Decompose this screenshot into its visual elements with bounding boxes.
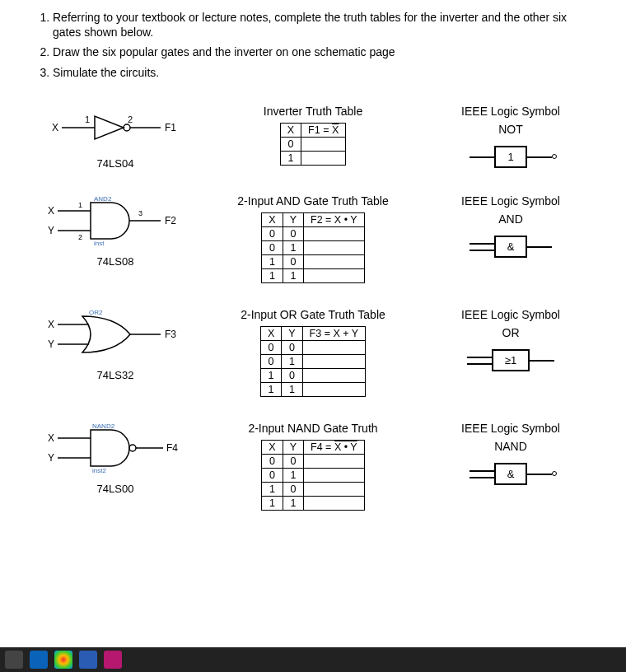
svg-text:Y: Y — [48, 338, 54, 350]
question-3: Simulate the circuits. — [53, 65, 593, 80]
nand-gate-icon: X Y NAND2 inst2 F4 — [41, 422, 189, 479]
or-ieee: IEEE Logic Symbol OR ≥1 — [428, 308, 593, 371]
nand-truth-table: 2-Input NAND Gate Truth XYF4 = X • Y 00 … — [206, 422, 420, 511]
svg-text:1: 1 — [78, 201, 82, 209]
inverter-table: XF1 = X 0 1 — [280, 123, 347, 166]
svg-marker-1 — [95, 116, 124, 139]
input-x-label: X — [52, 122, 58, 133]
ieee-title: IEEE Logic Symbol — [428, 422, 593, 435]
svg-text:2: 2 — [78, 233, 82, 241]
inversion-bubble-icon — [552, 471, 557, 476]
table-title: 2-Input OR Gate Truth Table — [206, 308, 420, 321]
ieee-sub: NOT — [428, 123, 593, 136]
ieee-and-symbol: & — [494, 236, 528, 258]
ieee-title: IEEE Logic Symbol — [428, 308, 593, 321]
and-ieee: IEEE Logic Symbol AND & — [428, 194, 593, 258]
inverter-schematic: X 1 2 F1 74LS04 — [33, 105, 198, 170]
svg-text:Y: Y — [48, 452, 54, 464]
or-gate-icon: X Y OR2 F3 — [41, 308, 189, 366]
ieee-title: IEEE Logic Symbol — [428, 194, 593, 208]
inverter-ieee: IEEE Logic Symbol NOT 1 — [428, 105, 593, 168]
question-1: Referring to your textbook or lecture no… — [53, 10, 593, 40]
not-gate-icon: X 1 2 F1 — [45, 105, 185, 154]
nand-ieee: IEEE Logic Symbol NAND & — [428, 422, 593, 485]
pin-2: 2 — [128, 114, 133, 124]
and-row: X Y 1 2 AND2 inst 3 F2 74LS08 2-Input AN… — [33, 194, 593, 283]
ieee-title: IEEE Logic Symbol — [428, 105, 593, 118]
svg-text:OR2: OR2 — [89, 309, 103, 316]
or-schematic: X Y OR2 F3 74LS32 — [33, 308, 198, 381]
svg-point-26 — [129, 445, 136, 451]
svg-text:AND2: AND2 — [94, 195, 112, 203]
nand-schematic: X Y NAND2 inst2 F4 74LS00 — [33, 422, 198, 495]
and-gate-icon: X Y 1 2 AND2 inst 3 F2 — [41, 194, 189, 252]
inverter-truth-table: Inverter Truth Table XF1 = X 0 1 — [206, 105, 420, 166]
or-row: X Y OR2 F3 74LS32 2-Input OR Gate Truth … — [33, 308, 593, 397]
table-title: 2-Input NAND Gate Truth — [206, 422, 420, 435]
question-list: Referring to your textbook or lecture no… — [33, 10, 593, 80]
svg-text:3: 3 — [138, 209, 142, 217]
ieee-or-symbol: ≥1 — [492, 349, 530, 371]
svg-text:F3: F3 — [165, 329, 176, 340]
svg-text:X: X — [48, 432, 54, 444]
svg-text:inst2: inst2 — [92, 467, 106, 474]
question-2: Draw the six popular gates and the inver… — [53, 44, 593, 59]
svg-text:X: X — [48, 205, 54, 217]
nand-row: X Y NAND2 inst2 F4 74LS00 2-Input NAND G… — [33, 422, 593, 511]
svg-text:NAND2: NAND2 — [92, 422, 115, 430]
or-truth-table: 2-Input OR Gate Truth Table XYF3 = X + Y… — [206, 308, 420, 397]
table-title: 2-Input AND Gate Truth Table — [206, 194, 420, 208]
chip-label: 74LS32 — [33, 369, 198, 381]
ieee-sub: AND — [428, 212, 593, 226]
output-f1: F1 — [165, 122, 176, 133]
inverter-row: X 1 2 F1 74LS04 Inverter Truth Table XF1… — [33, 105, 593, 170]
svg-text:X: X — [48, 319, 54, 330]
chip-label: 74LS00 — [33, 483, 198, 495]
chip-label: 74LS08 — [33, 255, 198, 268]
and-table: XYF2 = X • Y 00 01 10 11 — [261, 212, 364, 283]
ieee-nand-symbol: & — [494, 463, 528, 485]
chip-label: 74LS04 — [33, 157, 198, 170]
ieee-not-symbol: 1 — [494, 146, 526, 168]
or-table: XYF3 = X + Y 00 01 10 11 — [260, 326, 366, 397]
and-schematic: X Y 1 2 AND2 inst 3 F2 74LS08 — [33, 194, 198, 268]
ieee-sub: OR — [428, 326, 593, 339]
inversion-bubble-icon — [552, 154, 557, 159]
pin-1: 1 — [85, 114, 90, 124]
table-title: Inverter Truth Table — [206, 105, 420, 118]
and-truth-table: 2-Input AND Gate Truth Table XYF2 = X • … — [206, 194, 420, 283]
svg-text:inst: inst — [94, 240, 105, 247]
svg-text:Y: Y — [48, 225, 54, 236]
nand-table: XYF4 = X • Y 00 01 10 11 — [261, 440, 364, 511]
ieee-sub: NAND — [428, 440, 593, 453]
svg-text:F4: F4 — [166, 442, 178, 454]
svg-text:F2: F2 — [165, 215, 176, 226]
